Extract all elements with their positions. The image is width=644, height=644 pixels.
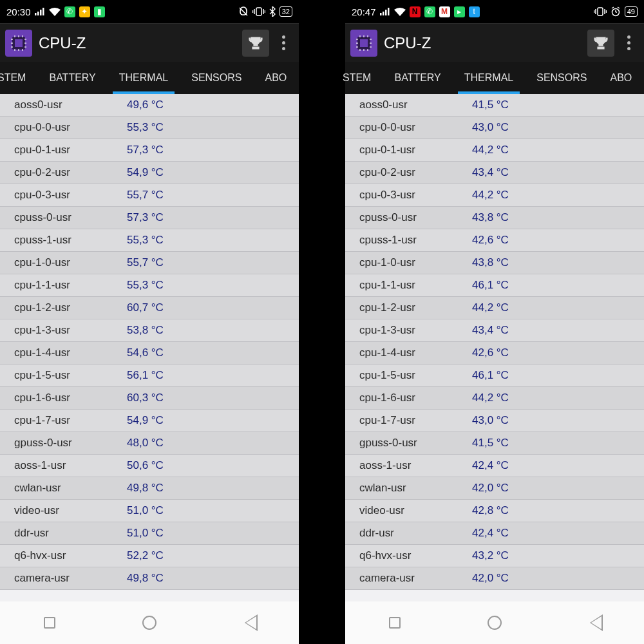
nav-bar bbox=[0, 601, 299, 644]
thermal-row: cpu-1-3-usr43,4 °C bbox=[345, 319, 644, 342]
sensor-name: cpu-0-3-usr bbox=[14, 189, 127, 202]
tab-about[interactable]: ABO bbox=[598, 62, 632, 94]
sensor-name: cpu-0-3-usr bbox=[359, 189, 472, 202]
tab-about[interactable]: ABO bbox=[253, 62, 287, 94]
tab-system[interactable]: STEM bbox=[0, 62, 37, 94]
thermal-row: cpuss-1-usr55,3 °C bbox=[0, 229, 299, 252]
thermal-row: ddr-usr42,4 °C bbox=[345, 522, 644, 545]
tab-thermal[interactable]: THERMAL bbox=[108, 62, 180, 94]
thermal-row: aoss0-usr41,5 °C bbox=[345, 94, 644, 117]
sensor-value: 55,3 °C bbox=[127, 121, 164, 134]
sensor-value: 60,3 °C bbox=[127, 392, 164, 404]
sensor-name: cwlan-usr bbox=[359, 482, 472, 495]
battery-indicator: 32 bbox=[279, 6, 292, 17]
sensor-name: ddr-usr bbox=[359, 527, 472, 540]
thermal-row: video-usr51,0 °C bbox=[0, 500, 299, 522]
thermal-row: ddr-usr51,0 °C bbox=[0, 522, 299, 545]
sensor-value: 42,8 °C bbox=[472, 504, 509, 517]
sensor-name: gpuss-0-usr bbox=[359, 437, 472, 450]
wifi-icon bbox=[49, 8, 61, 16]
tab-battery[interactable]: BATTERY bbox=[383, 62, 452, 94]
sensor-value: 42,6 °C bbox=[472, 234, 509, 247]
sensor-name: camera-usr bbox=[359, 572, 472, 585]
tab-thermal[interactable]: THERMAL bbox=[453, 62, 525, 94]
sensor-value: 54,9 °C bbox=[127, 414, 164, 427]
thermal-row: cpu-1-3-usr53,8 °C bbox=[0, 319, 299, 342]
recent-apps-button[interactable] bbox=[40, 613, 59, 632]
sensor-name: cpuss-1-usr bbox=[14, 234, 127, 247]
sensor-name: cpuss-0-usr bbox=[359, 211, 472, 224]
sensor-value: 55,7 °C bbox=[127, 189, 164, 202]
sensor-value: 46,1 °C bbox=[472, 279, 509, 292]
thermal-row: cwlan-usr49,8 °C bbox=[0, 477, 299, 500]
sensor-value: 43,0 °C bbox=[472, 414, 509, 427]
thermal-row: cpu-0-0-usr55,3 °C bbox=[0, 117, 299, 139]
recent-apps-button[interactable] bbox=[385, 613, 404, 632]
sensor-value: 41,5 °C bbox=[472, 99, 509, 111]
thermal-row: cpu-1-6-usr60,3 °C bbox=[0, 387, 299, 410]
sensor-value: 55,3 °C bbox=[127, 279, 164, 292]
vibrate-icon bbox=[594, 7, 607, 16]
thermal-row: cpu-0-0-usr43,0 °C bbox=[345, 117, 644, 139]
tab-sensors[interactable]: SENSORS bbox=[180, 62, 253, 94]
thermal-row: cpu-1-1-usr55,3 °C bbox=[0, 274, 299, 297]
sensor-value: 55,7 °C bbox=[127, 256, 164, 269]
svg-rect-25 bbox=[385, 10, 387, 15]
app-logo-icon bbox=[5, 30, 32, 57]
thermal-row: cpu-1-1-usr46,1 °C bbox=[345, 274, 644, 297]
home-button[interactable] bbox=[485, 613, 504, 632]
back-button[interactable] bbox=[240, 613, 259, 632]
thermal-row: camera-usr49,8 °C bbox=[0, 567, 299, 590]
sensor-name: ddr-usr bbox=[14, 527, 127, 540]
sensor-name: cpu-1-7-usr bbox=[359, 414, 472, 427]
sensor-name: cpu-1-2-usr bbox=[359, 301, 472, 314]
sensor-name: cpu-1-1-usr bbox=[359, 279, 472, 292]
sensor-name: cpu-1-5-usr bbox=[14, 369, 127, 382]
back-button[interactable] bbox=[585, 613, 604, 632]
sensor-name: cpu-1-2-usr bbox=[14, 301, 127, 314]
list-footer bbox=[0, 590, 299, 601]
overflow-menu-button[interactable] bbox=[618, 30, 639, 57]
sensor-value: 42,4 °C bbox=[472, 459, 509, 472]
sensor-name: cpu-0-0-usr bbox=[14, 121, 127, 134]
sensor-name: aoss-1-usr bbox=[359, 459, 472, 472]
thermal-list[interactable]: aoss0-usr49,6 °Ccpu-0-0-usr55,3 °Ccpu-0-… bbox=[0, 94, 299, 601]
trophy-button[interactable] bbox=[242, 30, 269, 57]
sensor-name: video-usr bbox=[359, 504, 472, 517]
alarm-icon bbox=[611, 6, 621, 17]
svg-rect-1 bbox=[37, 12, 39, 15]
sensor-name: q6-hvx-usr bbox=[14, 549, 127, 562]
tab-sensors[interactable]: SENSORS bbox=[525, 62, 598, 94]
sensor-value: 54,6 °C bbox=[127, 346, 164, 359]
tab-system[interactable]: STEM bbox=[343, 62, 383, 94]
thermal-row: cpu-1-5-usr56,1 °C bbox=[0, 365, 299, 387]
app-logo-icon bbox=[350, 30, 377, 57]
sensor-value: 43,4 °C bbox=[472, 166, 509, 179]
thermal-row: cpu-1-2-usr44,2 °C bbox=[345, 297, 644, 319]
thermal-row: gpuss-0-usr41,5 °C bbox=[345, 432, 644, 455]
trophy-button[interactable] bbox=[587, 30, 614, 57]
svg-rect-2 bbox=[40, 10, 42, 15]
thermal-row: cpu-1-0-usr43,8 °C bbox=[345, 252, 644, 274]
overflow-menu-button[interactable] bbox=[273, 30, 294, 57]
battery-indicator: 49 bbox=[625, 6, 638, 17]
thermal-row: q6-hvx-usr52,2 °C bbox=[0, 545, 299, 567]
thermal-list[interactable]: aoss0-usr41,5 °Ccpu-0-0-usr43,0 °Ccpu-0-… bbox=[345, 94, 644, 601]
nav-bar bbox=[345, 601, 644, 644]
list-footer bbox=[345, 590, 644, 601]
app-bar: CPU-Z bbox=[345, 23, 644, 62]
tab-battery[interactable]: BATTERY bbox=[37, 62, 107, 94]
home-button[interactable] bbox=[140, 613, 159, 632]
thermal-row: camera-usr42,0 °C bbox=[345, 567, 644, 590]
sensor-name: gpuss-0-usr bbox=[14, 437, 127, 450]
sensor-name: cpu-0-1-usr bbox=[359, 144, 472, 156]
sensor-value: 56,1 °C bbox=[127, 369, 164, 382]
sensor-value: 51,0 °C bbox=[127, 527, 164, 540]
svg-rect-23 bbox=[380, 13, 382, 15]
thermal-row: cpu-1-4-usr42,6 °C bbox=[345, 342, 644, 365]
status-time: 20:30 bbox=[6, 6, 31, 17]
status-bar: 20:47 N ✆ M ▸ t 49 bbox=[345, 0, 644, 23]
sensor-value: 52,2 °C bbox=[127, 549, 164, 562]
wifi-icon bbox=[394, 8, 406, 16]
sensor-name: cpu-1-1-usr bbox=[14, 279, 127, 292]
